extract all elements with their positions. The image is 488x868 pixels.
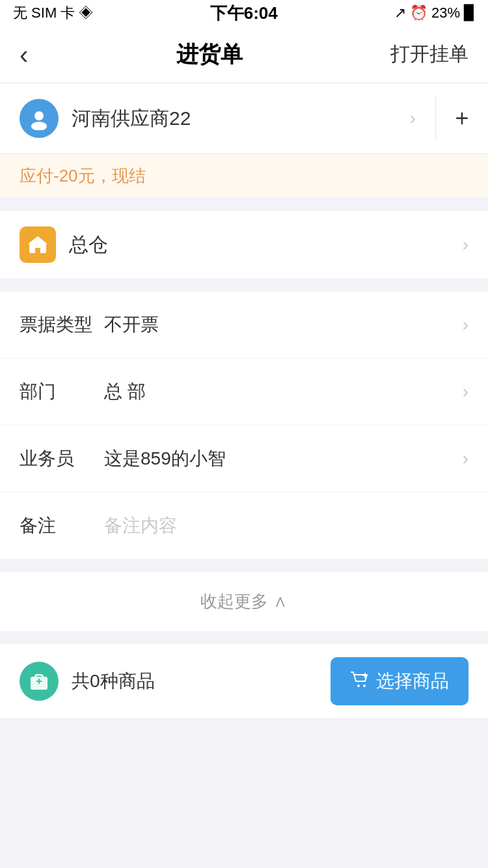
remark-input[interactable]: 备注内容 bbox=[98, 513, 468, 538]
chevron-right-icon: › bbox=[463, 234, 468, 255]
salesperson-value: 这是859的小智 bbox=[98, 446, 463, 471]
department-row[interactable]: 部门 总 部 › bbox=[0, 359, 488, 426]
svg-marker-3 bbox=[28, 236, 47, 244]
supplier-name: 河南供应商22 bbox=[72, 105, 397, 132]
main-content: 河南供应商22 › + 应付-20元，现结 总仓 › 票据类型 bbox=[0, 83, 488, 718]
battery-icon: ▉ bbox=[464, 5, 475, 21]
invoice-type-label: 票据类型 bbox=[20, 312, 98, 337]
open-pending-button[interactable]: 打开挂单 bbox=[390, 41, 468, 68]
status-left: 无 SIM 卡 ◈ bbox=[13, 3, 93, 23]
invoice-type-row[interactable]: 票据类型 不开票 › bbox=[0, 292, 488, 359]
notice-bar: 应付-20元，现结 bbox=[0, 154, 488, 198]
department-value: 总 部 bbox=[98, 379, 463, 404]
department-label: 部门 bbox=[20, 379, 98, 404]
status-time: 下午6:04 bbox=[210, 2, 278, 25]
product-icon bbox=[20, 662, 59, 701]
svg-point-9 bbox=[363, 685, 366, 687]
status-bar: 无 SIM 卡 ◈ 下午6:04 ↗ ⏰ 23% ▉ bbox=[0, 0, 488, 26]
svg-point-0 bbox=[34, 111, 44, 120]
warehouse-section: 总仓 › bbox=[0, 211, 488, 278]
sim-status: 无 SIM 卡 ◈ bbox=[13, 3, 93, 23]
svg-rect-4 bbox=[35, 248, 40, 253]
supplier-avatar bbox=[20, 99, 59, 138]
collapse-section: 收起更多 ∧ bbox=[0, 572, 488, 631]
cart-icon bbox=[350, 671, 370, 692]
page-title: 进货单 bbox=[176, 40, 243, 70]
warehouse-icon bbox=[20, 226, 56, 263]
svg-point-8 bbox=[357, 685, 360, 687]
form-section: 票据类型 不开票 › 部门 总 部 › 业务员 这是859的小智 › 备注 备注… bbox=[0, 292, 488, 559]
collapse-button[interactable]: 收起更多 ∧ bbox=[200, 590, 287, 613]
chevron-right-icon: › bbox=[463, 314, 468, 335]
status-right: ↗ ⏰ 23% ▉ bbox=[394, 5, 475, 21]
salesperson-row[interactable]: 业务员 这是859的小智 › bbox=[0, 426, 488, 493]
remark-row: 备注 备注内容 bbox=[0, 493, 488, 559]
warehouse-row[interactable]: 总仓 › bbox=[0, 211, 488, 278]
remark-label: 备注 bbox=[20, 513, 98, 538]
bottom-bar: 共0种商品 选择商品 bbox=[0, 644, 488, 718]
supplier-row[interactable]: 河南供应商22 › bbox=[0, 83, 435, 154]
add-supplier-button[interactable]: + bbox=[436, 83, 488, 154]
alarm-icon: ⏰ bbox=[410, 5, 427, 21]
chevron-right-icon: › bbox=[410, 108, 416, 129]
chevron-right-icon: › bbox=[463, 448, 468, 469]
select-product-button[interactable]: 选择商品 bbox=[331, 657, 468, 705]
select-product-label: 选择商品 bbox=[376, 669, 449, 694]
chevron-right-icon: › bbox=[463, 381, 468, 402]
salesperson-label: 业务员 bbox=[20, 446, 98, 471]
back-button[interactable]: ‹ bbox=[20, 42, 28, 68]
product-count: 共0种商品 bbox=[72, 669, 318, 694]
warehouse-name: 总仓 bbox=[69, 232, 450, 258]
location-icon: ↗ bbox=[394, 5, 406, 21]
supplier-section: 河南供应商22 › + bbox=[0, 83, 488, 154]
invoice-type-value: 不开票 bbox=[98, 312, 463, 337]
nav-bar: ‹ 进货单 打开挂单 bbox=[0, 26, 488, 83]
svg-point-1 bbox=[31, 122, 47, 130]
battery-level: 23% bbox=[431, 5, 460, 21]
